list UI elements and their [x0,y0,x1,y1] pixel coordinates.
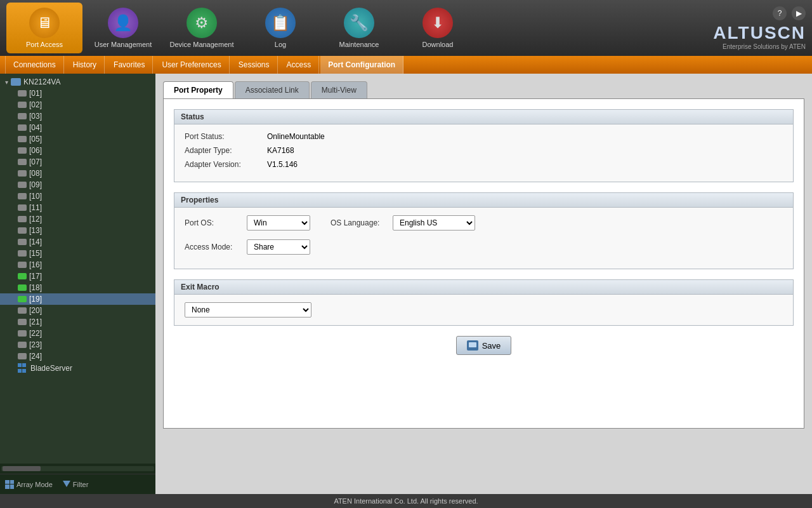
play-icon[interactable]: ▶ [792,6,806,20]
tree-item-port-21[interactable]: [21] [0,316,155,328]
tree-item-port-07[interactable]: [07] [0,156,155,168]
sec-nav-item-access[interactable]: Access [279,56,320,74]
nav-item-user-management[interactable]: 👤 User Management [85,3,161,53]
port-label-15: [15] [29,249,42,258]
collapse-icon[interactable]: ▾ [5,79,8,86]
port-label-09: [09] [29,180,42,189]
tree-item-port-09[interactable]: [09] [0,179,155,190]
nav-item-maintenance[interactable]: 🔧 Maintenance [321,3,397,53]
port-status-icon-04 [18,124,27,131]
tree-item-port-13[interactable]: [13] [0,225,155,236]
filter-button[interactable]: Filter [63,481,88,488]
port-label-18: [18] [29,283,42,292]
tree-item-port-06[interactable]: [06] [0,145,155,156]
port-status-icon-11 [18,204,27,211]
exit-macro-section-body: None [174,295,793,325]
port-status-icon-18 [18,284,27,291]
tree-item-port-24[interactable]: [24] [0,351,155,362]
access-mode-row: Access Mode: ShareExclusiveOccupy [185,239,783,255]
status-field-value: OnlineMountable [267,132,325,141]
port-label-13: [13] [29,226,42,235]
sec-nav-item-port-configuration[interactable]: Port Configuration [320,56,403,74]
port-label-10: [10] [29,192,42,201]
array-mode-icon [5,480,14,489]
status-field-row: Adapter Version: V1.5.146 [185,160,783,169]
tree-item-port-18[interactable]: [18] [0,282,155,293]
port-os-label: Port OS: [185,218,242,227]
port-label-22: [22] [29,329,42,338]
port-status-icon-22 [18,330,27,337]
tree-item-port-14[interactable]: [14] [0,236,155,248]
port-os-row: Port OS: WinMacLinuxSun [185,215,310,231]
filter-icon [63,481,70,488]
tree-item-port-19[interactable]: [19] [0,293,155,305]
tree-item-port-02[interactable]: [02] [0,99,155,110]
nav-item-device-management[interactable]: ⚙ Device Management [164,3,240,53]
port-status-icon-21 [18,319,27,325]
tab-port-property[interactable]: Port Property [163,81,233,98]
tree-item-port-11[interactable]: [11] [0,202,155,213]
port-status-icon-07 [18,159,27,165]
tree-item-port-23[interactable]: [23] [0,339,155,351]
nav-label-device-management: Device Management [170,41,234,48]
port-status-icon-15 [18,250,27,257]
tree-item-port-04[interactable]: [04] [0,122,155,133]
status-field-label: Port Status: [185,132,267,141]
port-label-12: [12] [29,215,42,224]
properties-section-body: Port OS: WinMacLinuxSun OS Language: Eng… [174,208,793,269]
access-mode-label: Access Mode: [185,243,242,251]
nav-item-port-access[interactable]: 🖥 Port Access [6,3,82,53]
save-label: Save [482,341,501,351]
array-mode-button[interactable]: Array Mode [5,480,53,489]
tree-item-port-17[interactable]: [17] [0,271,155,282]
port-os-select[interactable]: WinMacLinuxSun [247,215,310,231]
status-section-header: Status [174,110,793,124]
save-button[interactable]: Save [456,336,512,355]
port-status-icon-24 [18,353,27,359]
nav-item-log[interactable]: 📋 Log [242,3,318,53]
port-status-icon-12 [18,216,27,222]
os-language-select[interactable]: English USEnglish UKFrenchGermanJapanese… [393,215,475,231]
top-navigation-bar: 🖥 Port Access 👤 User Management ⚙ Device… [0,0,812,56]
port-label-23: [23] [29,340,42,349]
nav-item-download[interactable]: ⬇ Download [400,3,476,53]
logo-area: ? ▶ ALTUSCN Enterprise Solutions by ATEN [713,6,806,50]
os-language-label: OS Language: [331,218,388,227]
tree-item-port-05[interactable]: [05] [0,133,155,145]
port-label-07: [07] [29,157,42,166]
main-panel: Status Port Status: OnlineMountable Adap… [163,98,804,429]
tab-associated-link[interactable]: Associated Link [235,81,310,98]
port-label-06: [06] [29,146,42,155]
sec-nav-item-favorites[interactable]: Favorites [106,56,153,74]
status-field-label: Adapter Type: [185,146,267,155]
tree-item-port-03[interactable]: [03] [0,110,155,122]
tree-item-port-15[interactable]: [15] [0,248,155,259]
tree-root-device[interactable]: ▾ KN2124VA [0,76,155,88]
exit-macro-select[interactable]: None [185,302,311,318]
nav-icon-log: 📋 [265,8,296,38]
tree-item-port-22[interactable]: [22] [0,328,155,339]
os-language-row: OS Language: English USEnglish UKFrenchG… [331,215,475,231]
sec-nav-item-history[interactable]: History [65,56,105,74]
tree-item-port-16[interactable]: [16] [0,259,155,271]
sec-nav-item-sessions[interactable]: Sessions [231,56,278,74]
tree-root-label: KN2124VA [23,77,60,86]
sidebar-horizontal-scrollbar[interactable] [0,464,155,474]
status-field-value: KA7168 [267,146,294,155]
sec-nav-item-connections[interactable]: Connections [5,56,64,74]
help-icon[interactable]: ? [773,6,787,20]
tree-item-port-20[interactable]: [20] [0,305,155,316]
tree-item-port-01[interactable]: [01] [0,88,155,99]
port-label-03: [03] [29,112,42,121]
access-mode-select[interactable]: ShareExclusiveOccupy [247,239,310,255]
port-label-01: [01] [29,89,42,98]
blade-server-item[interactable]: BladeServer [0,362,155,375]
tree-item-port-12[interactable]: [12] [0,213,155,225]
sec-nav-item-user-preferences[interactable]: User Preferences [154,56,229,74]
port-status-icon-23 [18,342,27,348]
tree-item-port-10[interactable]: [10] [0,190,155,202]
port-label-02: [02] [29,100,42,109]
sidebar: ▾ KN2124VA [01] [02] [03] [04] [05] [06]… [0,74,155,494]
tab-multi-view[interactable]: Multi-View [311,81,367,98]
tree-item-port-08[interactable]: [08] [0,168,155,179]
